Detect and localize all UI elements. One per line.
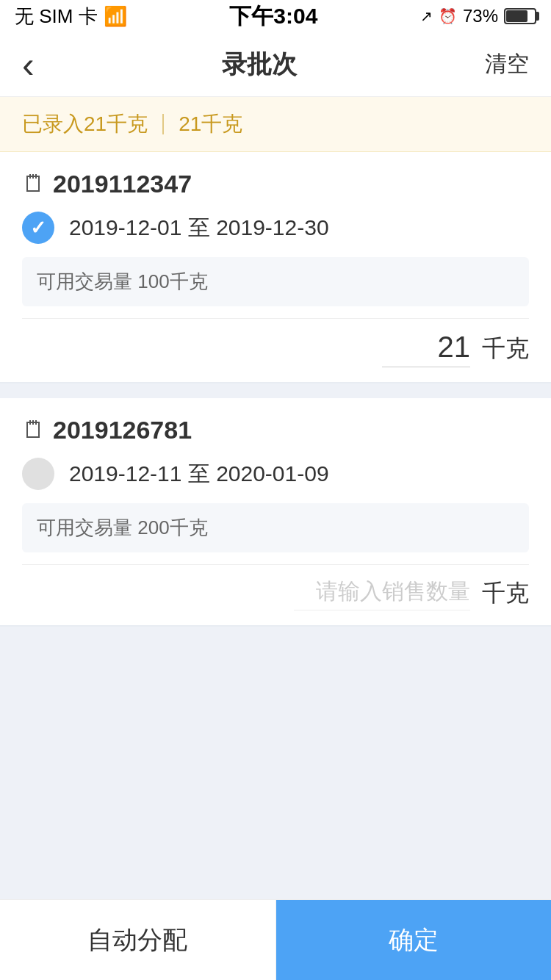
page-title: 录批次: [222, 48, 297, 82]
separator-1: [0, 383, 551, 398]
clear-button[interactable]: 清空: [485, 49, 529, 79]
batch-2-header: 🗒 2019126781: [0, 398, 551, 452]
batch-1-avail: 可用交易量 100千克: [22, 257, 529, 306]
carrier-text: 无 SIM 卡: [15, 4, 98, 29]
content-area: 🗒 2019112347 ✓ 2019-12-01 至 2019-12-30 可…: [0, 152, 551, 980]
status-time: 下午3:04: [229, 1, 317, 32]
confirm-button[interactable]: 确定: [276, 900, 552, 980]
batch-2-row: 2019-12-11 至 2020-01-09: [0, 452, 551, 497]
info-divider: [162, 114, 164, 134]
batch-2-input-placeholder[interactable]: 请输入销售数量: [294, 577, 470, 610]
batch-1-input-value[interactable]: 21: [382, 331, 470, 367]
batch-1-number: 2019112347: [53, 170, 192, 198]
status-carrier: 无 SIM 卡 📶: [15, 4, 127, 29]
auto-distribute-button[interactable]: 自动分配: [0, 900, 276, 980]
batch-2-number: 2019126781: [53, 416, 192, 444]
batch-2-unit: 千克: [482, 577, 529, 610]
batch-1-checkbox[interactable]: ✓: [22, 212, 54, 244]
empty-area: [0, 627, 551, 920]
batch-2-icon: 🗒: [22, 417, 46, 444]
batch-card-1: 🗒 2019112347 ✓ 2019-12-01 至 2019-12-30 可…: [0, 152, 551, 383]
checkmark-icon: ✓: [30, 217, 46, 239]
batch-1-input-row: 21 千克: [0, 319, 551, 383]
batch-1-date: 2019-12-01 至 2019-12-30: [69, 213, 329, 243]
info-banner: 已录入21千克 21千克: [0, 97, 551, 152]
location-icon: ↗: [420, 7, 433, 25]
batch-1-icon: 🗒: [22, 170, 46, 198]
back-button[interactable]: ‹: [22, 46, 35, 83]
batch-2-input-row: 请输入销售数量 千克: [0, 565, 551, 627]
batch-1-header: 🗒 2019112347: [0, 152, 551, 206]
batch-2-checkbox[interactable]: [22, 458, 54, 490]
batch-card-2: 🗒 2019126781 2019-12-11 至 2020-01-09 可用交…: [0, 398, 551, 627]
batch-2-date: 2019-12-11 至 2020-01-09: [69, 459, 329, 489]
status-right: ↗ ⏰ 73%: [420, 6, 536, 26]
battery-bar-icon: [504, 8, 536, 24]
info-right-text: 21千克: [179, 110, 242, 138]
batch-1-unit: 千克: [482, 333, 529, 365]
batch-1-row: ✓ 2019-12-01 至 2019-12-30: [0, 206, 551, 251]
wifi-icon: 📶: [104, 5, 127, 28]
bottom-bar: 自动分配 确定: [0, 899, 551, 980]
batch-2-avail: 可用交易量 200千克: [22, 503, 529, 552]
info-left-text: 已录入21千克: [22, 110, 148, 138]
alarm-icon: ⏰: [439, 7, 457, 25]
battery-percent: 73%: [463, 6, 498, 26]
nav-bar: ‹ 录批次 清空: [0, 32, 551, 97]
status-bar: 无 SIM 卡 📶 下午3:04 ↗ ⏰ 73%: [0, 0, 551, 32]
